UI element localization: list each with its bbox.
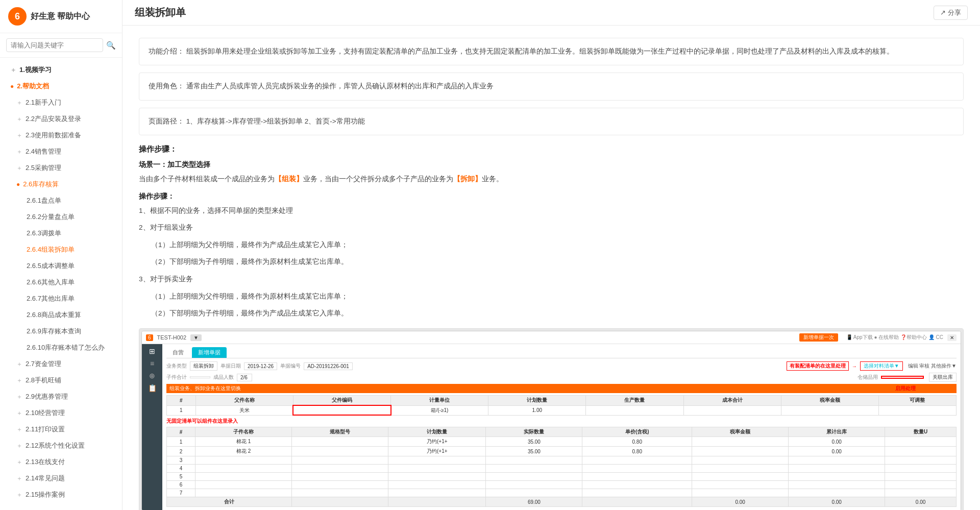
sidebar-item-install[interactable]: ＋ 2.2产品安装及登录	[16, 111, 122, 127]
func-intro-text: 组装拆卸单用来处理企业组装或拆卸等加工业务，支持有固定装配清单的产品加工业务，也…	[186, 47, 894, 55]
icon2: ≡	[150, 359, 154, 368]
sidebar-item-dataprep[interactable]: ＋ 2.3使用前数据准备	[16, 127, 122, 143]
td-code	[293, 405, 390, 415]
sidebar-item-docs[interactable]: ● 2.帮助文档	[0, 78, 122, 94]
mock-titlebar: 6 TEST-H002 ▼ 新增单据一次 📱 App下载 ● 在线帮助 ❓帮助中…	[142, 331, 961, 344]
plus-icon: ＋	[16, 148, 22, 156]
sidebar-item-video[interactable]: ＋ 1.视频学习	[0, 62, 122, 78]
mock-logo: 6	[146, 334, 153, 341]
td-price: 0.80	[582, 437, 692, 447]
sidebar-item-goods-cost[interactable]: 2.6.8商品成本重算	[27, 307, 122, 323]
footer-tax: 0.00	[789, 497, 885, 507]
form-num-value: AD-20191226-001	[304, 362, 353, 370]
sidebar-item-stock-ledger[interactable]: 2.6.9库存账本查询	[27, 323, 122, 339]
sidebar-item-label: 2.6.5成本调整单	[27, 261, 75, 271]
annotation-no-bom: 无固定清单可以组件在这里录入	[166, 418, 957, 425]
sidebar-item-assembly[interactable]: 2.6.4组装拆卸单	[27, 241, 122, 258]
mock-close[interactable]: ✕	[947, 334, 957, 341]
mock-section-header: 组装业务、拆卸业务在这里切换 启用处理	[166, 384, 957, 393]
sidebar-item-label: 2.2产品安装及登录	[26, 114, 81, 124]
table-header-row: # 父件名称 父件编码 计量单位 计划数量 生产数量 成本合计 税率金额	[167, 396, 957, 406]
scene-one-desc: 当由多个子件材料组装成一个成品的业务为【组装】业务，当由一个父件拆分成多个子产品…	[139, 173, 964, 186]
td-cumout: 0.00	[789, 447, 885, 456]
nav-sub-docs: ＋ 2.1新手入门 ＋ 2.2产品安装及登录 ＋ 2.3使用前数据准备 ＋ 2.…	[0, 94, 122, 503]
table-footer-row: 合计 69.00 0.00 0.00 0.00	[167, 497, 957, 507]
form-per-label: 成品人数	[213, 374, 234, 381]
sidebar-item-label: 2.5采购管理	[26, 163, 61, 173]
collapse-icon: ●	[16, 181, 20, 188]
sidebar-item-online-pay[interactable]: ＋ 2.13在线支付	[16, 454, 122, 470]
form-type-label: 业务类型	[166, 362, 187, 370]
sidebar-item-account-error[interactable]: 2.6.10库存账本错了怎么办	[27, 339, 122, 356]
mock-btn-select[interactable]: 选择对料清单▼	[860, 361, 903, 371]
search-box[interactable]: 🔍	[0, 33, 122, 58]
td-plan: 乃约(+1+	[388, 447, 486, 456]
sidebar-item-label: 2.6.7其他出库单	[27, 294, 75, 303]
form-date-value: 2019-12-26	[244, 362, 277, 370]
search-input[interactable]	[6, 38, 103, 52]
screenshot-container: 6 TEST-H002 ▼ 新增单据一次 📱 App下载 ● 在线帮助 ❓帮助中…	[139, 328, 964, 510]
scene-one-title: 场景一：加工类型选择	[139, 160, 964, 169]
sidebar-item-print[interactable]: ＋ 2.11打印设置	[16, 421, 122, 438]
td-name: 关米	[195, 405, 293, 415]
table-row: 2 棉花 2 乃约(+1+ 35.00 0.80 0.00	[167, 447, 957, 456]
sidebar-item-operation[interactable]: ＋ 2.10经营管理	[16, 405, 122, 421]
table-row: 7	[167, 489, 957, 497]
expand-icon: ＋	[10, 66, 16, 75]
logo-area: 6 好生意 帮助中心	[0, 0, 122, 33]
th-price: 单价(含税)	[582, 427, 692, 437]
top-bar: 组装拆卸单 ↗ 分享	[122, 0, 980, 26]
table-header-row: # 子件名称 规格型号 计划数量 实际数量 单价(含税) 税率金额 累计出库	[167, 427, 957, 437]
sidebar-item-inventory[interactable]: ● 2.6库存核算	[16, 176, 122, 192]
search-icon[interactable]: 🔍	[106, 41, 116, 50]
sidebar-item-finance[interactable]: ＋ 2.7资金管理	[16, 356, 122, 372]
sidebar-item-sales[interactable]: ＋ 2.4销售管理	[16, 143, 122, 160]
sidebar-item-cost-adjust[interactable]: 2.6.5成本调整单	[27, 258, 122, 274]
footer-cumout: 0.00	[885, 497, 957, 507]
sidebar-item-mobile[interactable]: ＋ 2.8手机旺铺	[16, 372, 122, 388]
form-select-btn[interactable]: 关联出库	[929, 373, 957, 382]
annotation-enable: 启用处理	[895, 385, 916, 392]
td-unit: 箱/(-≥1)	[391, 405, 488, 415]
sidebar-item-adjust[interactable]: 2.6.3调拨单	[27, 225, 122, 241]
step2-2: （2）下部明细为子件明细，最终作为原材料生成某它出库单。	[139, 255, 964, 269]
td-prod-qty	[586, 405, 683, 415]
sidebar-item-cases[interactable]: ＋ 2.15操作案例	[16, 487, 122, 503]
sidebar-item-partial-stocktake[interactable]: 2.6.2分量盘点单	[27, 209, 122, 225]
share-button[interactable]: ↗ 分享	[934, 6, 968, 20]
sidebar-item-faq[interactable]: ＋ 2.14常见问题	[16, 470, 122, 487]
main-area: 组装拆卸单 ↗ 分享 功能介绍： 组装拆卸单用来处理企业组装或拆卸等加工业务，支…	[122, 0, 980, 510]
sidebar-item-stocktake[interactable]: 2.6.1盘点单	[27, 192, 122, 209]
sidebar-item-custom[interactable]: ＋ 2.12系统个性化设置	[16, 438, 122, 454]
plus-icon: ＋	[16, 131, 22, 140]
sidebar-item-other-in[interactable]: 2.6.6其他入库单	[27, 274, 122, 290]
sidebar-item-purchase[interactable]: ＋ 2.5采购管理	[16, 160, 122, 176]
th-cost: 成本合计	[683, 396, 781, 406]
sidebar-item-label: 2.6.9库存账本查询	[27, 327, 81, 336]
sidebar-item-label: 2.8手机旺铺	[26, 376, 61, 385]
sidebar-item-other-out[interactable]: 2.6.7其他出库单	[27, 290, 122, 307]
plus-icon: ＋	[16, 491, 22, 499]
table-row: 1 棉花 1 乃约(+1+ 35.00 0.80 0.00	[167, 437, 957, 447]
th-name: 子件名称	[195, 427, 292, 437]
sidebar-item-label: 2.3使用前数据准备	[26, 131, 81, 140]
role-block: 使用角色： 通常由生产人员或库管人员完成拆装业务的操作，库管人员确认原材料的出库…	[139, 72, 964, 100]
form-count-label: 子件合计	[166, 374, 187, 381]
mock-tab-ziy[interactable]: 自营	[166, 347, 190, 358]
step2: 2、对于组装业务	[139, 221, 964, 234]
mock-action-btns: 编辑 审核 其他操作▼	[908, 362, 957, 370]
mock-form-area: 业务类型 组装拆卸 单据日期 2019-12-26 单据编号 AD-201912…	[166, 361, 957, 507]
mock-left-icons: ⊞ ≡ ⊕ 📋	[142, 344, 162, 510]
nav-sub-inventory: 2.6.1盘点单 2.6.2分量盘点单 2.6.3调拨单 2.6.4组装拆卸单 …	[16, 192, 122, 356]
sidebar-item-newbie[interactable]: ＋ 2.1新手入门	[16, 94, 122, 111]
collapse-icon: ●	[10, 83, 14, 90]
th-adj: 可调整	[878, 396, 956, 406]
th-actual-qty: 实际数量	[486, 427, 582, 437]
sidebar-item-label: 2.13在线支付	[26, 457, 65, 467]
mock-tab-new[interactable]: 新增单据	[192, 347, 227, 358]
sidebar-item-coupon[interactable]: ＋ 2.9优惠券管理	[16, 388, 122, 405]
th-tax: 税率金额	[692, 427, 789, 437]
step3-1: （1）上部明细为父件明细，最终作为原材料生成某它出库单；	[139, 290, 964, 303]
td-num: 1	[167, 437, 195, 447]
step2-1: （1）上部明细为父件明细，最终作为产成品生成某它入库单；	[139, 238, 964, 252]
